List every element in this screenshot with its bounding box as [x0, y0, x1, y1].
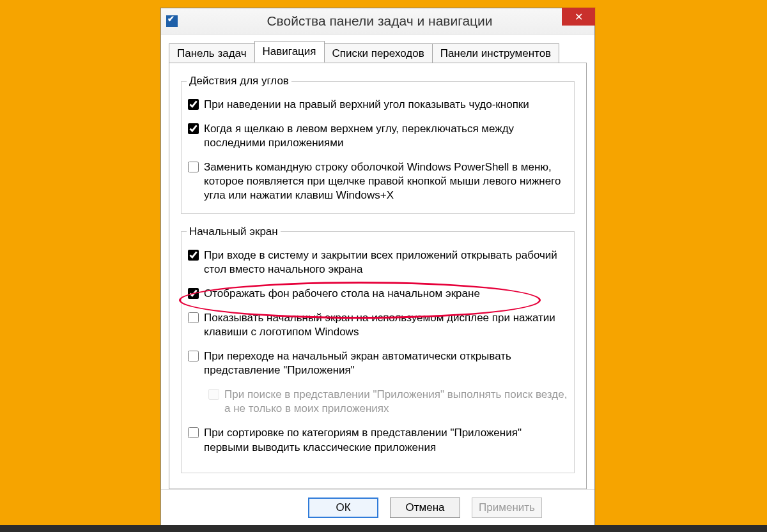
option-show-charms[interactable]: При наведении на правый верхний угол пок…: [188, 98, 569, 112]
option-apps-view-on-start[interactable]: При переходе на начальный экран автомати…: [188, 349, 569, 377]
checkbox-desktop-apps-first[interactable]: [188, 427, 199, 438]
close-icon: ✕: [575, 11, 583, 23]
tab-taskbar[interactable]: Панель задач: [169, 43, 255, 63]
option-switch-apps[interactable]: Когда я щелкаю в левом верхнем углу, пер…: [188, 122, 569, 150]
group-corner-actions: Действия для углов При наведении на прав…: [181, 75, 575, 214]
checkbox-desktop-background-on-start[interactable]: [188, 288, 199, 299]
checkbox-search-everywhere: [208, 389, 219, 400]
group-start-screen: Начальный экран При входе в систему и за…: [181, 225, 575, 473]
titlebar: Свойства панели задач и навигации ✕: [161, 8, 594, 34]
checkbox-powershell-replace[interactable]: [188, 162, 199, 172]
apply-button[interactable]: Применить: [472, 498, 542, 518]
window-title: Свойства панели задач и навигации: [178, 13, 594, 29]
option-boot-to-desktop[interactable]: При входе в систему и закрытии всех прил…: [188, 248, 569, 277]
tab-jumplists[interactable]: Списки переходов: [324, 43, 433, 63]
close-button[interactable]: ✕: [562, 8, 595, 26]
option-desktop-background-on-start[interactable]: Отображать фон рабочего стола на начальн…: [188, 287, 569, 301]
checkbox-show-charms[interactable]: [188, 99, 199, 110]
label-boot-to-desktop: При входе в систему и закрытии всех прил…: [204, 248, 569, 277]
tab-navigation[interactable]: Навигация: [254, 41, 325, 63]
group-corner-actions-legend: Действия для углов: [187, 75, 291, 87]
tab-strip: Панель задач Навигация Списки переходов …: [169, 41, 587, 63]
ok-button[interactable]: ОК: [308, 498, 378, 518]
label-search-everywhere: При поиске в представлении "Приложения" …: [224, 388, 569, 416]
group-start-screen-legend: Начальный экран: [187, 225, 281, 238]
label-show-charms: При наведении на правый верхний угол пок…: [204, 98, 569, 112]
checkbox-switch-apps[interactable]: [188, 123, 199, 134]
properties-dialog: Свойства панели задач и навигации ✕ Пане…: [160, 8, 595, 526]
label-start-on-current-display: Показывать начальный экран на используем…: [204, 311, 569, 339]
option-search-everywhere: При поиске в представлении "Приложения" …: [208, 388, 569, 416]
label-desktop-background-on-start: Отображать фон рабочего стола на начальн…: [204, 287, 569, 301]
desktop-taskbar: [0, 525, 767, 532]
label-apps-view-on-start: При переходе на начальный экран автомати…: [204, 349, 569, 377]
label-switch-apps: Когда я щелкаю в левом верхнем углу, пер…: [204, 122, 569, 150]
cancel-button[interactable]: Отмена: [390, 498, 460, 518]
checkbox-start-on-current-display[interactable]: [188, 312, 199, 323]
checkbox-boot-to-desktop[interactable]: [188, 250, 199, 261]
option-powershell-replace[interactable]: Заменить командную строку оболочкой Wind…: [188, 160, 569, 202]
dialog-button-row: ОК Отмена Применить: [161, 489, 594, 526]
option-desktop-apps-first[interactable]: При сортировке по категориям в представл…: [188, 426, 569, 454]
option-start-on-current-display[interactable]: Показывать начальный экран на используем…: [188, 311, 569, 339]
label-desktop-apps-first: При сортировке по категориям в представл…: [204, 426, 569, 454]
tab-toolbars[interactable]: Панели инструментов: [432, 43, 559, 63]
taskbar-properties-icon: [166, 15, 178, 27]
checkbox-apps-view-on-start[interactable]: [188, 351, 199, 361]
label-powershell-replace: Заменить командную строку оболочкой Wind…: [204, 160, 569, 202]
tab-page-navigation: Действия для углов При наведении на прав…: [169, 63, 587, 489]
